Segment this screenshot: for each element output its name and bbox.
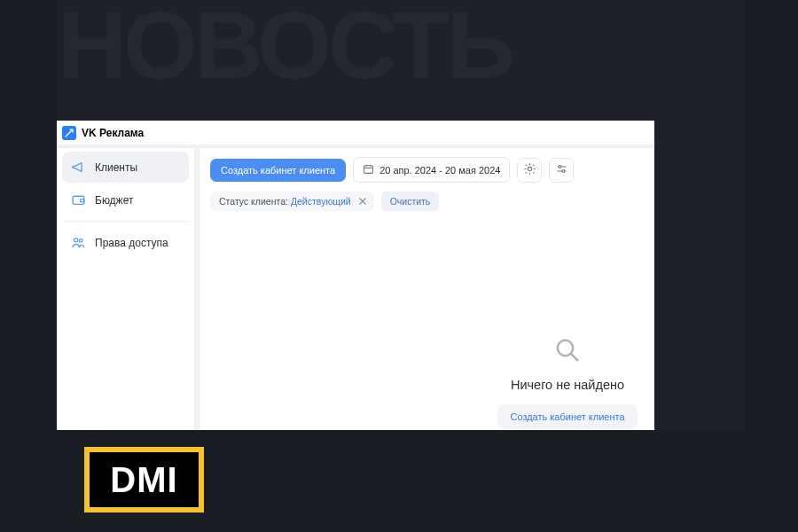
filter-row: Статус клиента: Действующий Очистить: [210, 192, 644, 211]
users-icon: [71, 235, 86, 250]
sidebar-item-label: Клиенты: [95, 161, 137, 174]
wallet-icon: [71, 192, 86, 207]
sidebar-item-label: Бюджет: [95, 194, 133, 207]
search-icon: [554, 337, 581, 367]
chip-value: Действующий: [291, 196, 351, 207]
svg-point-2: [74, 239, 78, 242]
gear-icon: [523, 162, 536, 178]
empty-create-button[interactable]: Создать кабинет клиента: [497, 404, 637, 429]
sidebar-item-clients[interactable]: Клиенты: [62, 152, 189, 183]
app-title: VK Реклама: [82, 127, 144, 139]
bg-heading: НОВОСТЬ: [58, 0, 512, 100]
svg-rect-0: [73, 196, 84, 204]
sidebar: Клиенты Бюджет: [57, 148, 194, 430]
close-icon: [356, 195, 369, 207]
calendar-icon: [363, 163, 374, 176]
sidebar-divider: [62, 221, 189, 222]
sliders-icon: [555, 162, 568, 178]
empty-title: Ничего не найдено: [511, 378, 624, 392]
date-range-text: 20 апр. 2024 - 20 мая 2024: [379, 165, 500, 176]
megaphone-icon: [71, 160, 86, 175]
svg-point-7: [562, 169, 565, 172]
settings-button[interactable]: [517, 158, 542, 183]
sidebar-item-label: Права доступа: [95, 237, 168, 249]
dmi-logo: DMI: [84, 447, 204, 512]
svg-point-6: [559, 165, 561, 168]
app-header: VK Реклама: [57, 121, 654, 145]
svg-rect-4: [364, 166, 373, 174]
chip-remove-button[interactable]: [356, 195, 369, 207]
svg-point-5: [528, 167, 531, 170]
svg-rect-1: [81, 200, 84, 202]
sidebar-item-access[interactable]: Права доступа: [62, 227, 189, 258]
chip-prefix: Статус клиента:: [219, 196, 288, 207]
dmi-logo-text: DMI: [110, 460, 177, 500]
date-range-picker[interactable]: 20 апр. 2024 - 20 мая 2024: [353, 157, 510, 183]
svg-point-3: [80, 239, 83, 243]
filter-button[interactable]: [549, 158, 574, 183]
create-client-button[interactable]: Создать кабинет клиента: [210, 159, 346, 182]
filter-chip-status: Статус клиента: Действующий: [210, 192, 374, 211]
empty-state: Ничего не найдено Создать кабинет клиент…: [470, 337, 665, 429]
sidebar-item-budget[interactable]: Бюджет: [62, 184, 189, 215]
clear-filters-button[interactable]: Очистить: [381, 192, 440, 211]
vk-logo-icon: [62, 126, 76, 140]
toolbar: Создать кабинет клиента 20 апр. 2024 - 2…: [210, 157, 644, 183]
